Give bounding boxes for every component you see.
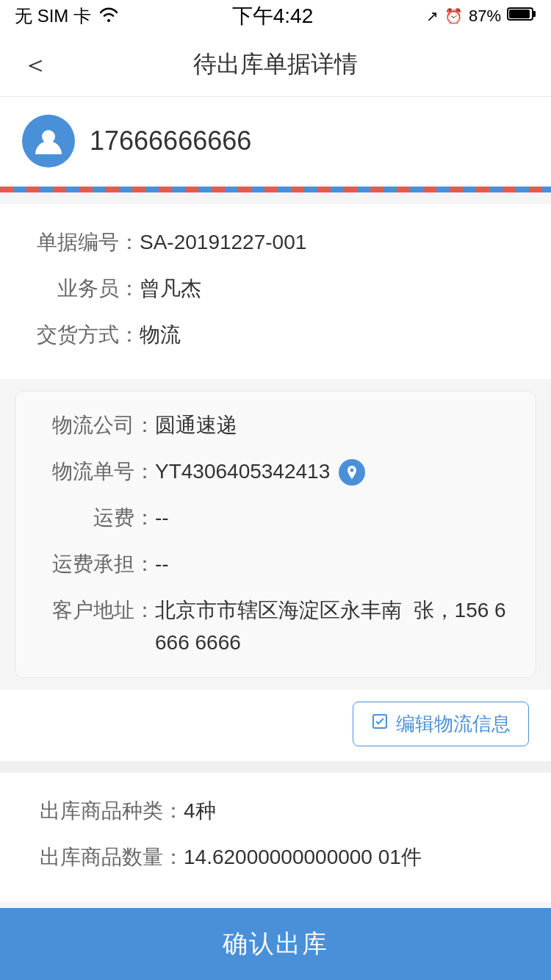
address-row: 客户地址： 北京市市辖区海淀区永丰南 张，156 6666 6666: [37, 594, 514, 660]
product-type-row: 出库商品种类： 4种: [22, 795, 529, 828]
status-left: 无 SIM 卡: [15, 4, 119, 28]
product-quantity-label: 出库商品数量：: [22, 841, 184, 874]
logistics-tracking-row: 物流单号： YT4306405342413: [37, 455, 514, 489]
user-phone: 17666666666: [90, 126, 251, 156]
product-quantity-row: 出库商品数量： 14.62000000000000 01件: [22, 841, 529, 874]
product-type-value: 4种: [184, 795, 529, 828]
logistics-company-label: 物流公司：: [37, 409, 155, 442]
freight-bear-row: 运费承担： --: [37, 548, 514, 581]
delivery-row: 交货方式： 物流: [22, 319, 529, 352]
confirm-outbound-label: 确认出库: [223, 927, 328, 961]
freight-label: 运费：: [37, 502, 155, 535]
status-right: ↗ ⏰ 87%: [426, 7, 536, 26]
confirm-outbound-button[interactable]: 确认出库: [0, 908, 551, 980]
product-type-label: 出库商品种类：: [22, 795, 184, 828]
logistics-tracking-value: YT4306405342413: [155, 455, 514, 489]
freight-row: 运费： --: [37, 502, 514, 535]
address-value: 北京市市辖区海淀区永丰南 张，156 6666 6666: [155, 594, 514, 660]
edit-logistics-button[interactable]: 编辑物流信息: [353, 702, 529, 746]
logistics-card: 物流公司： 圆通速递 物流单号： YT4306405342413 运费： -- …: [15, 391, 536, 678]
battery-icon: [507, 7, 536, 26]
section-separator: [0, 761, 551, 773]
page-title: 待出库单据详情: [193, 48, 358, 81]
staff-row: 业务员： 曾凡杰: [22, 273, 529, 306]
location-arrow-icon: ↗: [426, 7, 439, 25]
staff-label: 业务员：: [22, 273, 140, 306]
document-id-row: 单据编号： SA-20191227-001: [22, 226, 529, 259]
staff-value: 曾凡杰: [140, 273, 529, 306]
freight-bear-label: 运费承担：: [37, 548, 155, 581]
delivery-value: 物流: [140, 319, 529, 352]
wifi-icon: [98, 6, 119, 26]
battery-text: 87%: [469, 7, 501, 26]
delivery-label: 交货方式：: [22, 319, 140, 352]
svg-rect-2: [509, 10, 530, 18]
logistics-tracking-label: 物流单号：: [37, 455, 155, 489]
document-id-value: SA-20191227-001: [140, 226, 529, 259]
document-id-label: 单据编号：: [22, 226, 140, 259]
logistics-company-row: 物流公司： 圆通速递: [37, 409, 514, 442]
avatar: [22, 115, 75, 167]
svg-rect-1: [533, 11, 536, 17]
freight-bear-value: --: [155, 548, 514, 581]
nav-bar: ＜ 待出库单据详情: [0, 32, 551, 97]
edit-logistics-label: 编辑物流信息: [396, 711, 511, 737]
edit-icon: [371, 713, 389, 735]
freight-value: --: [155, 502, 514, 535]
dashed-divider: [0, 187, 551, 192]
edit-btn-container: 编辑物流信息: [0, 690, 551, 761]
tracking-number-text: YT4306405342413: [155, 455, 330, 489]
logistics-company-value: 圆通速递: [155, 409, 514, 442]
address-label: 客户地址：: [37, 594, 155, 627]
status-bar: 无 SIM 卡 下午4:42 ↗ ⏰ 87%: [0, 0, 551, 32]
document-info-section: 单据编号： SA-20191227-001 业务员： 曾凡杰 交货方式： 物流: [0, 204, 551, 379]
product-section: 出库商品种类： 4种 出库商品数量： 14.62000000000000 01件: [0, 773, 551, 902]
user-header: 17666666666: [0, 97, 551, 185]
status-time: 下午4:42: [232, 2, 314, 30]
main-content: 无 SIM 卡 下午4:42 ↗ ⏰ 87%: [0, 0, 551, 980]
track-location-button[interactable]: [339, 459, 365, 486]
back-button[interactable]: ＜: [22, 51, 48, 78]
carrier-text: 无 SIM 卡: [15, 4, 91, 28]
product-quantity-value: 14.62000000000000 01件: [184, 841, 529, 874]
alarm-icon: ⏰: [444, 7, 463, 25]
